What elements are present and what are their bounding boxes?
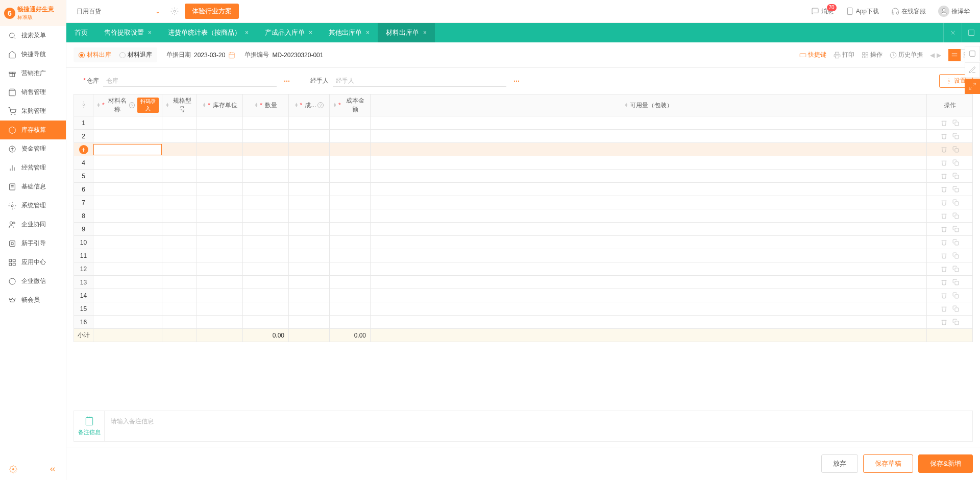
table-row[interactable]: 7 [74, 196, 973, 209]
coin-icon [8, 145, 16, 153]
settings-icon[interactable] [9, 465, 17, 475]
tab[interactable]: 其他出库单× [321, 23, 378, 42]
rail-edit-button[interactable] [965, 62, 980, 78]
warehouse-label: *仓库 [74, 77, 99, 85]
add-row-button[interactable]: + [79, 145, 88, 154]
table-row[interactable]: 16 [74, 316, 973, 329]
cart-icon [8, 107, 16, 115]
doc-code-field: 单据编号 MD-20230320-001 [244, 51, 323, 59]
svg-point-0 [10, 33, 14, 37]
svg-rect-64 [954, 255, 958, 258]
chart-icon [8, 164, 16, 172]
next-doc-button[interactable]: ▶ [937, 52, 941, 59]
row-ops [927, 212, 972, 219]
sidebar-item[interactable]: 搜索菜单 [0, 26, 66, 45]
discard-button[interactable]: 放弃 [821, 454, 858, 473]
shortcut-button[interactable]: 快捷键 [799, 51, 826, 59]
table-row[interactable]: + [74, 143, 973, 156]
table-row[interactable]: 4 [74, 156, 973, 170]
table-row[interactable]: 6 [74, 183, 973, 196]
tab-close-icon[interactable]: × [366, 29, 370, 36]
sidebar-item[interactable]: 企业微信 [0, 272, 66, 291]
table-row[interactable]: 8 [74, 209, 973, 223]
org-dropdown[interactable]: 日用百货 ⌄ [72, 5, 164, 18]
sidebar-item[interactable]: 新手引导 [0, 234, 66, 253]
sidebar-item[interactable]: 资金管理 [0, 139, 66, 158]
tab[interactable]: 首页 [66, 23, 96, 42]
warehouse-input[interactable] [103, 75, 277, 87]
svg-point-7 [15, 114, 15, 114]
material-name-input[interactable] [93, 144, 162, 155]
help-icon[interactable]: ? [317, 102, 324, 108]
table-gear-icon[interactable] [80, 103, 87, 110]
tab-close-icon[interactable]: × [245, 29, 249, 36]
radio-material-return[interactable]: 材料退库 [119, 51, 152, 59]
tab-expand-button[interactable] [962, 23, 980, 42]
tab-close-icon[interactable]: × [309, 29, 312, 36]
sidebar-item[interactable]: 基础信息 [0, 177, 66, 196]
view-list-button[interactable] [948, 49, 961, 61]
table-row[interactable]: 5 [74, 170, 973, 183]
table-row[interactable]: 1 [74, 116, 973, 130]
print-button[interactable]: 打印 [834, 51, 854, 59]
brand-logo: 6 畅捷通好生意 标准版 [0, 0, 66, 26]
user-menu[interactable]: 徐泽华 [934, 6, 974, 17]
tab[interactable]: 产成品入库单× [257, 23, 321, 42]
sidebar-item[interactable]: 经营管理 [0, 158, 66, 177]
table-row[interactable]: 15 [74, 302, 973, 316]
team-icon [8, 221, 16, 229]
rail-note-button[interactable] [965, 46, 980, 61]
help-icon[interactable]: ? [129, 102, 135, 108]
tab-close-icon[interactable]: × [148, 29, 152, 36]
table-row[interactable]: 2 [74, 130, 973, 143]
chevron-down-icon: ⌄ [155, 8, 160, 15]
sidebar-item[interactable]: 快捷导航 [0, 45, 66, 64]
sidebar-item[interactable]: 应用中心 [0, 253, 66, 272]
radio-material-out[interactable]: 材料出库 [79, 51, 111, 59]
svg-rect-74 [970, 51, 975, 57]
tab[interactable]: 售价提取设置× [96, 23, 160, 42]
sidebar-item[interactable]: 企业协同 [0, 215, 66, 234]
svg-rect-70 [86, 418, 92, 425]
handler-lookup-button[interactable]: ⋯ [510, 78, 523, 85]
tab-close-all-button[interactable] [943, 23, 962, 42]
operations-button[interactable]: 操作 [862, 51, 883, 59]
history-button[interactable]: 历史单据 [890, 51, 923, 59]
sidebar-item[interactable]: 销售管理 [0, 83, 66, 102]
tab[interactable]: 材料出库单× [378, 23, 435, 42]
sidebar-item[interactable]: 营销推广 [0, 64, 66, 83]
doc-date-field[interactable]: 单据日期 2023-03-20 [166, 51, 235, 59]
org-settings-button[interactable] [168, 5, 181, 17]
sidebar-item[interactable]: 系统管理 [0, 196, 66, 215]
svg-rect-58 [954, 175, 958, 179]
support-button[interactable]: 在线客服 [887, 7, 930, 16]
svg-rect-60 [954, 202, 958, 205]
scan-tag[interactable]: 扫码录入 [137, 98, 159, 113]
table-row[interactable]: 10 [74, 236, 973, 249]
save-draft-button[interactable]: 保存草稿 [863, 454, 913, 473]
prev-doc-button[interactable]: ◀ [930, 52, 935, 59]
table-row[interactable]: 14 [74, 289, 973, 302]
industry-plan-button[interactable]: 体验行业方案 [185, 4, 239, 19]
remark-input[interactable] [105, 411, 972, 441]
svg-rect-62 [954, 228, 958, 232]
app-download-button[interactable]: App下载 [842, 7, 883, 16]
svg-rect-69 [954, 321, 958, 325]
sidebar-item[interactable]: 采购管理 [0, 102, 66, 121]
calendar-icon [228, 52, 235, 59]
handler-input[interactable] [333, 75, 506, 87]
tab[interactable]: 进货单统计表（按商品）× [160, 23, 257, 42]
messages-button[interactable]: 消息 70 [807, 7, 838, 16]
collapse-icon[interactable] [48, 465, 57, 475]
sidebar-item[interactable]: 库存核算 [0, 121, 66, 139]
save-new-button[interactable]: 保存&新增 [918, 454, 973, 473]
table-row[interactable]: 12 [74, 262, 973, 276]
table-row[interactable]: 9 [74, 223, 973, 236]
rail-expand-button[interactable] [965, 79, 980, 94]
tab-close-icon[interactable]: × [423, 29, 427, 36]
table-row[interactable]: 11 [74, 249, 973, 262]
table-row[interactable]: 13 [74, 276, 973, 289]
footer-actions: 放弃 保存草稿 保存&新增 [66, 447, 980, 480]
warehouse-lookup-button[interactable]: ⋯ [281, 78, 293, 85]
sidebar-item[interactable]: 畅会员 [0, 291, 66, 309]
